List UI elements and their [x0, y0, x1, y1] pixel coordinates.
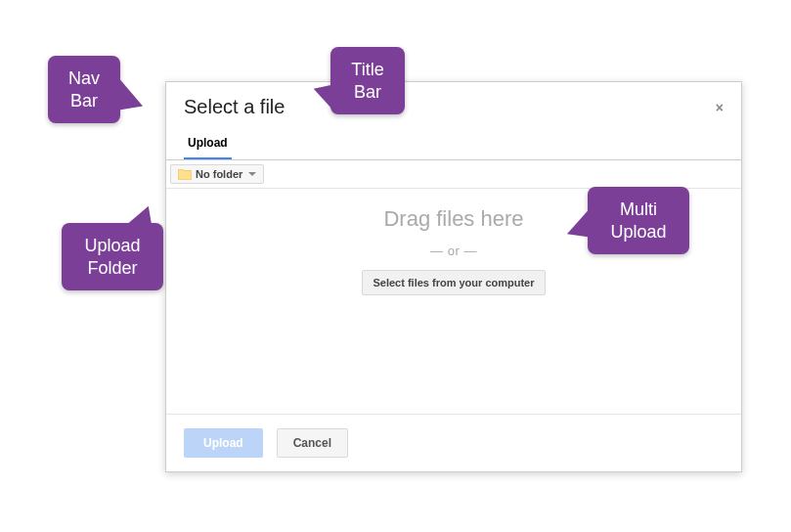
tab-upload[interactable]: Upload	[184, 130, 232, 160]
drag-files-label: Drag files here	[383, 206, 523, 232]
cancel-button[interactable]: Cancel	[277, 428, 348, 458]
annotation-upload-folder: Upload Folder	[62, 223, 163, 290]
annotation-nav-bar: Nav Bar	[48, 56, 120, 123]
annotation-multi-upload: Multi Upload	[588, 187, 689, 254]
dialog-header: Select a file ×	[166, 82, 741, 124]
close-icon[interactable]: ×	[716, 101, 724, 114]
dialog-footer: Upload Cancel	[166, 415, 741, 471]
nav-tabbar: Upload	[166, 124, 741, 160]
annotation-title-bar: Title Bar	[330, 47, 405, 114]
folder-select-button[interactable]: No folder	[170, 164, 264, 184]
chevron-down-icon	[248, 172, 256, 176]
toolbar: No folder	[166, 160, 741, 189]
dialog-title: Select a file	[184, 96, 285, 118]
folder-button-label: No folder	[196, 168, 242, 180]
upload-button[interactable]: Upload	[184, 428, 263, 458]
file-picker-dialog: Select a file × Upload No folder Drag fi…	[165, 81, 742, 472]
or-separator: — or —	[430, 244, 477, 258]
select-files-button[interactable]: Select files from your computer	[362, 270, 545, 295]
folder-icon	[178, 169, 192, 180]
